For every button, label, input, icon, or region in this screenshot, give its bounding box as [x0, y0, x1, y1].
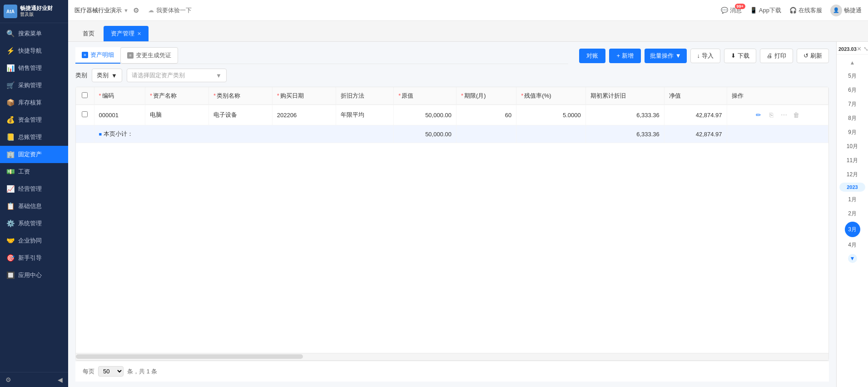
app-download-button[interactable]: 📱 App下载	[750, 6, 781, 15]
sub-tab-asset-detail[interactable]: ≡ 资产明细	[75, 47, 120, 64]
filter-category-input[interactable]: 请选择固定资产类别 ▼	[127, 69, 227, 82]
sidebar-item-payroll[interactable]: 💵工资	[0, 163, 68, 180]
messages-button[interactable]: 💬 消息 99+	[721, 6, 742, 15]
subtotal-net-value: 42,874.97	[664, 125, 727, 143]
print-button[interactable]: 🖨 打印	[760, 49, 793, 63]
pagination: 每页 50 100 200 条，共 1 条	[75, 361, 829, 382]
sidebar-item-search[interactable]: 🔍搜索菜单	[0, 25, 68, 42]
tab-close-icon[interactable]: ✕	[137, 31, 141, 37]
sidebar-item-app-center[interactable]: 🔲应用中心	[0, 267, 68, 284]
month-item-curr[interactable]: 3月	[845, 222, 860, 237]
month-item-curr[interactable]: 4月	[837, 238, 868, 252]
inventory-icon: 📦	[6, 99, 15, 107]
panel-close-icon[interactable]: ✕	[857, 45, 862, 52]
sidebar-item-system[interactable]: ⚙️系统管理	[0, 215, 68, 232]
month-item-prev[interactable]: 9月	[837, 125, 868, 139]
delete-icon[interactable]: 🗑	[791, 109, 802, 120]
sidebar-item-ledger[interactable]: 📒总账管理	[0, 129, 68, 146]
avatar: 👤	[830, 5, 842, 16]
row-code: 000001	[94, 105, 145, 125]
sub-tab-change-voucher[interactable]: ≡ 变更生成凭证	[120, 47, 178, 64]
sidebar-item-guide[interactable]: 🎯新手引导	[0, 249, 68, 267]
th-code: *编码	[94, 87, 145, 105]
collapse-footer-icon[interactable]: ◀	[58, 376, 63, 383]
row-residual-rate: 5.0000	[516, 105, 586, 125]
sidebar-item-purchase[interactable]: 🛒采购管理	[0, 77, 68, 94]
panel-expand-icon[interactable]: ⤡	[863, 45, 868, 52]
horizontal-scrollbar[interactable]	[76, 353, 828, 360]
topbar: 医疗器械行业演示 ▼ ⚙ ☁ 我要体验一下 💬 消息 99+ 📱 App下载 🎧…	[68, 0, 868, 21]
month-item-prev[interactable]: 8月	[837, 111, 868, 125]
import-button[interactable]: ↓ 导入	[690, 49, 721, 63]
asset-table: *编码 *资产名称 *类别名称 *购买日期 折旧方法 *原值 *期限(月) *残…	[76, 87, 828, 143]
per-page-select[interactable]: 50 100 200	[98, 366, 124, 377]
month-item-prev[interactable]: 7月	[837, 97, 868, 111]
edit-icon[interactable]: ✏	[753, 109, 764, 120]
download-button[interactable]: ⬇ 下载	[724, 49, 756, 63]
month-item-prev[interactable]: 5月	[837, 69, 868, 83]
month-item-curr[interactable]: 2月	[837, 207, 868, 221]
online-service-button[interactable]: 🎧 在线客服	[789, 6, 822, 15]
subtotal-original-value: 50,000.00	[394, 125, 456, 143]
table-container: *编码 *资产名称 *类别名称 *购买日期 折旧方法 *原值 *期限(月) *残…	[75, 87, 829, 361]
batch-ops-button[interactable]: 批量操作 ▼	[645, 49, 687, 63]
basic-info-icon: 📋	[6, 202, 15, 210]
sidebar-item-label: 工资	[18, 168, 30, 176]
subtotal-row: ■本页小计： 50,000.00 6,333.36 42,874.97	[76, 125, 828, 143]
row-period-months: 60	[456, 105, 516, 125]
copy-icon[interactable]: ⎘	[766, 109, 777, 120]
month-item-prev[interactable]: 11月	[837, 154, 868, 168]
sidebar-item-inventory[interactable]: 📦库存核算	[0, 94, 68, 111]
panel-up-icon[interactable]: ▲	[848, 58, 857, 67]
enterprise-icon: 🤝	[6, 237, 15, 245]
select-all-checkbox[interactable]	[82, 92, 88, 98]
th-residual-rate: *残值率(%)	[516, 87, 586, 105]
refresh-icon: ↺	[804, 52, 808, 59]
month-item-prev[interactable]: 6月	[837, 83, 868, 97]
ledger-icon: 📒	[6, 133, 15, 141]
settings-footer-icon[interactable]: ⚙	[5, 376, 11, 383]
row-checkbox[interactable]	[82, 111, 88, 117]
sidebar-item-basic-info[interactable]: 📋基础信息	[0, 198, 68, 215]
panel-nav-top: ▲	[837, 56, 868, 69]
tab-asset-management[interactable]: 资产管理 ✕	[104, 26, 149, 41]
main-area: 医疗器械行业演示 ▼ ⚙ ☁ 我要体验一下 💬 消息 99+ 📱 App下载 🎧…	[68, 0, 868, 387]
sidebar-item-label: 资金管理	[18, 116, 42, 124]
sub-tab-asset-detail-label: 资产明细	[90, 51, 114, 59]
filter-placeholder: 请选择固定资产类别	[132, 71, 185, 79]
guide-icon: 🎯	[6, 254, 15, 262]
sidebar-item-label: 基础信息	[18, 202, 42, 210]
month-item-prev[interactable]: 12月	[837, 168, 868, 182]
topbar-settings-icon[interactable]: ⚙	[133, 6, 139, 15]
user-avatar-button[interactable]: 👤 畅捷通	[830, 5, 862, 16]
filter-category-select[interactable]: 类别 ▼	[92, 69, 122, 82]
row-initial-depreciation: 6,333.36	[585, 105, 664, 125]
month-item-curr[interactable]: 1月	[837, 193, 868, 207]
sidebar-item-quick-nav[interactable]: ⚡快捷导航	[0, 42, 68, 60]
filter-input-chevron-icon: ▼	[216, 72, 222, 79]
th-initial-depreciation: 期初累计折旧	[585, 87, 664, 105]
quick-nav-icon: ⚡	[6, 47, 15, 55]
import-icon: ↓	[697, 52, 700, 59]
more-icon[interactable]: ⋯	[779, 109, 789, 120]
row-original-value: 50,000.00	[394, 105, 456, 125]
operations-icon: 📈	[6, 185, 15, 193]
refresh-button[interactable]: ↺ 刷新	[797, 49, 829, 63]
tab-home[interactable]: 首页	[75, 26, 102, 41]
service-icon: 🎧	[789, 7, 797, 14]
add-new-button[interactable]: + 新增	[609, 49, 640, 63]
row-checkbox-cell	[76, 105, 94, 125]
panel-down-icon[interactable]: ▼	[848, 254, 857, 263]
sidebar-item-operations[interactable]: 📈经营管理	[0, 180, 68, 198]
sidebar-item-enterprise[interactable]: 🤝企业协同	[0, 232, 68, 249]
experience-button[interactable]: ☁ 我要体验一下	[148, 6, 192, 15]
company-name[interactable]: 医疗器械行业演示 ▼	[74, 6, 129, 15]
month-item-prev[interactable]: 10月	[837, 139, 868, 154]
th-name: *资产名称	[145, 87, 209, 105]
reconcile-button[interactable]: 对账	[579, 49, 605, 63]
sidebar-item-sales[interactable]: 📊销售管理	[0, 60, 68, 77]
sidebar-header: AtA 畅捷通好业财 普及版	[0, 0, 68, 23]
sidebar-item-finance[interactable]: 💰资金管理	[0, 111, 68, 129]
sidebar-item-fixed-assets[interactable]: 🏢固定资产	[0, 146, 68, 163]
month-list: ▲5月6月7月8月9月10月11月12月20231月2月3月4月▼	[837, 55, 868, 387]
